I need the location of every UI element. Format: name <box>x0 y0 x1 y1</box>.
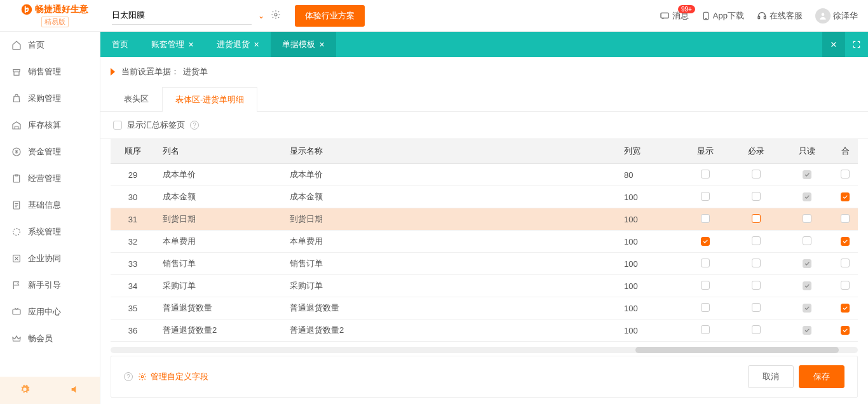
sidebar-item-finance[interactable]: 资金管理 <box>0 138 100 165</box>
close-icon[interactable]: ✕ <box>188 41 194 49</box>
checkbox[interactable] <box>701 259 710 267</box>
th-show: 显示 <box>680 139 731 164</box>
cell-sum <box>832 297 858 320</box>
checkbox[interactable] <box>701 192 710 201</box>
breadcrumb-doc: 进货单 <box>183 66 208 77</box>
close-icon[interactable]: ✕ <box>319 41 325 49</box>
cell-show <box>680 253 731 275</box>
checkbox[interactable] <box>752 325 761 334</box>
checkbox[interactable] <box>803 170 811 179</box>
sidebar-item-business[interactable]: 经营管理 <box>0 165 100 192</box>
checkbox[interactable] <box>803 214 811 223</box>
sidebar-item-apps[interactable]: 应用中心 <box>0 299 100 325</box>
checkbox[interactable] <box>752 259 761 267</box>
sidebar-item-purchase[interactable]: 采购管理 <box>0 85 100 112</box>
checkbox[interactable] <box>803 304 811 313</box>
close-tab-button[interactable] <box>822 32 845 57</box>
checkbox[interactable] <box>701 325 710 334</box>
checkbox[interactable] <box>841 214 850 223</box>
cell-show <box>680 342 731 342</box>
checkbox[interactable] <box>841 304 850 313</box>
checkbox[interactable] <box>841 259 850 267</box>
table-row[interactable]: 30成本金额成本金额100 <box>111 186 858 208</box>
fullscreen-button[interactable] <box>845 32 868 57</box>
search-input[interactable] <box>112 7 252 25</box>
app-download-link[interactable]: App下载 <box>702 10 744 22</box>
table-row[interactable]: 32本单费用本单费用100 <box>111 231 858 253</box>
customer-service-link[interactable]: 在线客服 <box>757 10 803 22</box>
checkbox[interactable] <box>752 214 761 223</box>
tab-label: 账套管理 <box>151 39 184 50</box>
settings-button[interactable] <box>0 377 50 404</box>
cell-display: 到货日期 <box>282 208 616 231</box>
checkbox[interactable] <box>752 281 761 290</box>
sidebar-item-label: 企业协同 <box>28 253 61 264</box>
table-row[interactable]: 34采购订单采购订单100 <box>111 275 858 297</box>
sidebar-item-collab[interactable]: 企业协同 <box>0 245 100 272</box>
checkbox[interactable] <box>803 281 811 290</box>
table-row[interactable]: 36普通退货数量2普通退货数量2100 <box>111 320 858 342</box>
checkbox[interactable] <box>841 170 850 178</box>
save-button[interactable]: 保存 <box>799 365 844 388</box>
sound-button[interactable] <box>50 377 100 404</box>
checkbox[interactable] <box>841 281 850 290</box>
cancel-button[interactable]: 取消 <box>748 365 794 388</box>
table-row[interactable]: 31到货日期到货日期100 <box>111 208 858 231</box>
user-menu[interactable]: 徐泽华 <box>815 8 858 24</box>
tabs-bar: 首页账套管理✕进货退货✕单据模板✕ <box>100 32 868 57</box>
sidebar-item-home[interactable]: 首页 <box>0 32 100 58</box>
tab[interactable]: 首页 <box>100 32 140 57</box>
checkbox[interactable] <box>752 170 761 178</box>
checkbox[interactable] <box>841 192 850 201</box>
help-icon[interactable]: ? <box>124 372 133 381</box>
cell-display: 采购订单 <box>282 275 616 297</box>
checkbox[interactable] <box>803 259 811 268</box>
sidebar-item-guide[interactable]: 新手引导 <box>0 272 100 299</box>
cell-col: 成本金额 <box>155 186 282 208</box>
checkbox[interactable] <box>752 236 761 245</box>
messages-link[interactable]: 消息 99+ <box>660 10 689 22</box>
th-order: 顺序 <box>111 139 155 164</box>
experience-button[interactable]: 体验行业方案 <box>295 5 365 27</box>
checkbox[interactable] <box>701 281 710 290</box>
sidebar-item-sales[interactable]: 销售管理 <box>0 58 100 85</box>
horizontal-scrollbar[interactable] <box>111 347 858 353</box>
table-row[interactable]: 33销售订单销售订单100 <box>111 253 858 275</box>
close-icon[interactable]: ✕ <box>254 41 259 49</box>
gear-icon[interactable] <box>271 10 281 22</box>
sidebar-item-member[interactable]: 畅会员 <box>0 325 100 352</box>
sidebar-item-system[interactable]: 系统管理 <box>0 219 100 245</box>
inner-tab[interactable]: 表头区 <box>111 86 162 111</box>
checkbox[interactable] <box>803 192 811 201</box>
checkbox[interactable] <box>701 237 710 246</box>
checkbox[interactable] <box>841 326 850 335</box>
service-label: 在线客服 <box>770 10 803 22</box>
svg-point-1 <box>275 13 277 16</box>
checkbox[interactable] <box>752 303 761 312</box>
table-row[interactable]: 37赠品赠品100 <box>111 342 858 342</box>
cell-sum <box>832 253 858 275</box>
th-readonly: 只读 <box>782 139 832 164</box>
tab[interactable]: 账套管理✕ <box>140 32 205 57</box>
inner-tab[interactable]: 表体区-进货单明细 <box>162 87 257 112</box>
table-row[interactable]: 29成本单价成本单价80 <box>111 164 858 186</box>
show-summary-checkbox[interactable] <box>113 121 122 130</box>
cell-display: 销售订单 <box>282 253 616 275</box>
checkbox[interactable] <box>701 303 710 312</box>
scrollbar-thumb[interactable] <box>635 347 839 353</box>
table-row[interactable]: 35普通退货数量普通退货数量100 <box>111 297 858 320</box>
manage-custom-fields-link[interactable]: 管理自定义字段 <box>138 371 208 382</box>
tab[interactable]: 进货退货✕ <box>205 32 271 57</box>
checkbox[interactable] <box>803 326 811 335</box>
checkbox[interactable] <box>701 214 710 223</box>
help-icon[interactable]: ? <box>190 121 199 130</box>
checkbox[interactable] <box>841 237 850 246</box>
tab[interactable]: 单据模板✕ <box>271 32 336 57</box>
checkbox[interactable] <box>803 236 811 245</box>
checkbox[interactable] <box>701 170 710 178</box>
checkbox[interactable] <box>752 192 761 201</box>
chevron-down-icon[interactable]: ⌄ <box>258 11 264 20</box>
sidebar-item-basicinfo[interactable]: 基础信息 <box>0 192 100 219</box>
sidebar-item-inventory[interactable]: 库存核算 <box>0 112 100 138</box>
svg-point-0 <box>22 4 32 15</box>
